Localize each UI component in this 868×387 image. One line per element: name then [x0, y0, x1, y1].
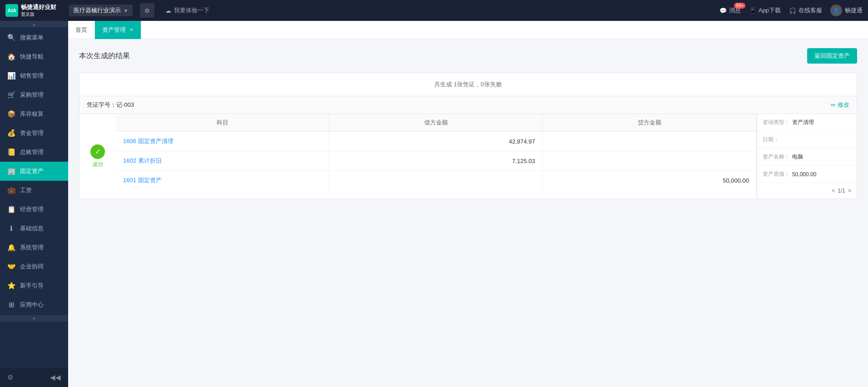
- home-icon: 🏠: [7, 53, 15, 61]
- change-type-label: 变动类型：: [763, 119, 792, 126]
- row1-account[interactable]: 1606 固定资产清理: [116, 132, 329, 151]
- app-download-button[interactable]: 📱 App下载: [749, 6, 781, 15]
- clipboard-icon: 📋: [7, 205, 15, 213]
- voucher-section: 凭证字号：记-003 ✏ 修改 ✓ 成功: [79, 96, 857, 198]
- sidebar-item-inventory[interactable]: 📦 库存核算: [0, 104, 68, 124]
- logo-text: 畅捷通好业财: [21, 3, 56, 11]
- chart-icon: 📊: [7, 72, 15, 80]
- edit-button[interactable]: ✏ 修改: [831, 101, 849, 109]
- sidebar-item-system[interactable]: 🔔 系统管理: [0, 238, 68, 257]
- message-badge: 99+: [734, 3, 745, 9]
- search-icon: 🔍: [7, 34, 15, 42]
- original-value-label: 资产原值：: [763, 170, 792, 178]
- row3-account[interactable]: 1601 固定资产: [116, 171, 329, 190]
- trial-label: 我要体验一下: [174, 6, 209, 15]
- sidebar-item-label: 总账管理: [20, 148, 44, 156]
- sidebar-item-label: 新手引导: [20, 282, 44, 290]
- tab-asset-management-label: 资产管理: [102, 26, 126, 34]
- logo-icon: AtA: [5, 4, 18, 17]
- row1-credit: [543, 132, 756, 151]
- sidebar-item-salary[interactable]: 💼 工资: [0, 181, 68, 200]
- sidebar-settings-button[interactable]: ⚙: [7, 373, 13, 382]
- sidebar-item-label: 销售管理: [20, 72, 44, 80]
- message-button[interactable]: 💬 消息 99+: [719, 6, 741, 15]
- pagination: < 1/1 >: [757, 183, 857, 198]
- sidebar-item-label: 经营管理: [20, 205, 44, 213]
- money-icon: 💰: [7, 129, 15, 137]
- sidebar-item-basic-info[interactable]: ℹ 基础信息: [0, 219, 68, 238]
- sidebar-item-label: 资金管理: [20, 129, 44, 137]
- sidebar-item-guide[interactable]: ⭐ 新手引导: [0, 276, 68, 295]
- sidebar: ▲ 🔍 搜索菜单 🏠 快捷导航 📊 销售管理 🛒 采购管理 📦 库存核算: [0, 21, 68, 387]
- table-header: 科目 借方金额 贷方金额: [116, 114, 756, 132]
- sidebar-item-label: 企业协同: [20, 263, 44, 271]
- star-icon: ⭐: [7, 282, 15, 290]
- sidebar-item-sales[interactable]: 📊 销售管理: [0, 66, 68, 85]
- sidebar-item-app-center[interactable]: ⊞ 应用中心: [0, 295, 68, 314]
- table-row: 1601 固定资产 50,000.00: [116, 171, 756, 190]
- sidebar-item-quicknav[interactable]: 🏠 快捷导航: [0, 47, 68, 66]
- next-page-button[interactable]: >: [848, 188, 851, 194]
- result-summary: 共生成 1张凭证，0张失败: [79, 73, 857, 96]
- company-name: 医疗器械行业演示: [74, 6, 121, 15]
- briefcase-icon: 💼: [7, 186, 15, 194]
- voucher-header: 凭证字号：记-003 ✏ 修改: [79, 96, 857, 114]
- date-label: 日期：: [763, 136, 792, 144]
- edit-label: 修改: [838, 101, 849, 109]
- sidebar-item-operations[interactable]: 📋 经营管理: [0, 200, 68, 219]
- tab-home[interactable]: 首页: [68, 21, 95, 39]
- change-type-value: 资产清理: [792, 119, 814, 126]
- sidebar-item-label: 系统管理: [20, 243, 44, 252]
- col-credit: 贷方金额: [543, 114, 756, 131]
- scroll-up-button[interactable]: ▲: [0, 21, 68, 27]
- headset-icon: 🎧: [789, 7, 796, 14]
- tab-home-label: 首页: [75, 26, 87, 34]
- sidebar-item-label: 基础信息: [20, 224, 44, 233]
- app-download-label: App下载: [759, 6, 781, 15]
- row3-credit: 50,000.00: [543, 171, 756, 190]
- message-icon: 💬: [719, 7, 727, 14]
- prev-page-button[interactable]: <: [832, 188, 835, 194]
- user-area[interactable]: 👤 畅捷通: [830, 5, 863, 16]
- user-icon: 👤: [833, 8, 839, 14]
- summary-text: 共生成 1张凭证，0张失败: [434, 81, 501, 88]
- page-content: ⤢ ✕ 本次生成的结果 返回固定资产 共生成 1张凭证，0张失败 凭证字号：记-…: [68, 39, 868, 387]
- return-fixed-assets-button[interactable]: 返回固定资产: [807, 48, 857, 64]
- sidebar-item-label: 快捷导航: [20, 53, 44, 61]
- logo-text-group: 畅捷通好业财 普及版: [21, 3, 56, 18]
- header-settings-button[interactable]: ⚙: [140, 3, 154, 18]
- header-left: AtA 畅捷通好业财 普及版 医疗器械行业演示 ▼ ⚙ ☁ 我要体验一下: [5, 3, 209, 18]
- sidebar-collapse-button[interactable]: ◀◀: [50, 373, 61, 382]
- scroll-down-button[interactable]: ▼: [0, 315, 68, 322]
- sidebar-item-purchase[interactable]: 🛒 采购管理: [0, 85, 68, 104]
- sidebar-item-label: 固定资产: [20, 167, 44, 175]
- sidebar-item-ledger[interactable]: 📒 总账管理: [0, 143, 68, 162]
- customer-service-button[interactable]: 🎧 在线客服: [789, 6, 822, 15]
- row2-debit: 7,125.03: [329, 151, 543, 170]
- mobile-icon: 📱: [749, 7, 756, 14]
- main-layout: ▲ 🔍 搜索菜单 🏠 快捷导航 📊 销售管理 🛒 采购管理 📦 库存核算: [0, 21, 868, 387]
- sidebar-item-label: 应用中心: [20, 301, 44, 309]
- dropdown-arrow-icon: ▼: [124, 8, 128, 13]
- tab-asset-management[interactable]: 资产管理 ✕: [95, 21, 141, 39]
- top-header: AtA 畅捷通好业财 普及版 医疗器械行业演示 ▼ ⚙ ☁ 我要体验一下 💬 消…: [0, 0, 868, 21]
- sidebar-item-label: 搜索菜单: [20, 34, 44, 42]
- sidebar-item-search[interactable]: 🔍 搜索菜单: [0, 28, 68, 47]
- sidebar-item-funds[interactable]: 💰 资金管理: [0, 124, 68, 143]
- row2-account[interactable]: 1602 累计折旧: [116, 151, 329, 170]
- asset-name-label: 资产名称：: [763, 153, 792, 161]
- asset-name-value: 电脑: [792, 153, 803, 161]
- sidebar-item-fixed-assets[interactable]: 🏢 固定资产: [0, 162, 68, 181]
- tabs-bar: 首页 资产管理 ✕: [68, 21, 868, 39]
- tab-close-icon[interactable]: ✕: [129, 27, 134, 33]
- box-icon: 📦: [7, 110, 15, 118]
- company-selector[interactable]: 医疗器械行业演示 ▼: [69, 5, 133, 16]
- trial-button[interactable]: ☁ 我要体验一下: [165, 6, 209, 15]
- header-right: 💬 消息 99+ 📱 App下载 🎧 在线客服 👤 畅捷通: [719, 5, 863, 16]
- sidebar-item-label: 库存核算: [20, 110, 44, 118]
- sidebar-scroll: ▲ 🔍 搜索菜单 🏠 快捷导航 📊 销售管理 🛒 采购管理 📦 库存核算: [0, 21, 68, 368]
- page-info: 1/1: [838, 188, 845, 194]
- date-row: 日期：: [757, 131, 857, 149]
- sidebar-item-enterprise[interactable]: 🤝 企业协同: [0, 257, 68, 276]
- ledger-icon: 📒: [7, 148, 15, 156]
